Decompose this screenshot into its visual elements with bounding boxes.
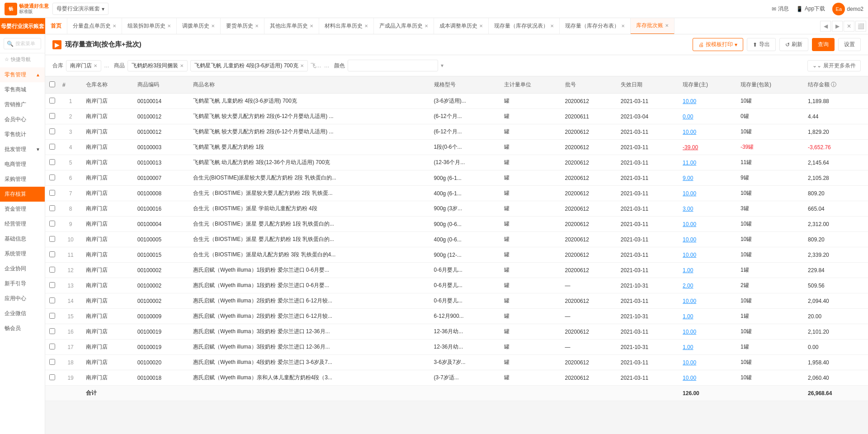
remove-product1-icon[interactable]: ✕ bbox=[180, 63, 184, 68]
row-qty-main[interactable]: 10.00 bbox=[679, 232, 737, 247]
expand-more-btn[interactable]: ⌄⌄ 展开更多条件 bbox=[807, 60, 861, 71]
remove-warehouse-icon[interactable]: ✕ bbox=[94, 63, 97, 68]
row-qty-main[interactable]: 10.00 bbox=[679, 247, 737, 263]
row-checkbox[interactable] bbox=[45, 201, 59, 217]
nav-close-tab[interactable]: ✕ bbox=[844, 21, 854, 32]
row-qty-main[interactable]: 10.00 bbox=[679, 370, 737, 386]
row-checkbox[interactable] bbox=[45, 263, 59, 278]
close-icon[interactable]: ✕ bbox=[621, 24, 625, 28]
row-checkbox[interactable] bbox=[45, 340, 59, 355]
row-checkbox[interactable] bbox=[45, 309, 59, 324]
nav-next-arrow[interactable]: ▶ bbox=[832, 21, 843, 32]
row-qty-main[interactable]: 1.00 bbox=[679, 340, 737, 355]
sidebar-item-member[interactable]: 会员中心 bbox=[0, 112, 45, 127]
query-btn[interactable]: 查询 bbox=[812, 38, 835, 51]
row-qty-main[interactable]: 2.00 bbox=[679, 278, 737, 293]
row-qty-main[interactable]: 0.00 bbox=[679, 109, 737, 124]
row-qty-main[interactable]: 9.00 bbox=[679, 170, 737, 186]
tab-chenben[interactable]: 成本调整单历史 ✕ bbox=[434, 18, 489, 34]
row-checkbox[interactable] bbox=[45, 324, 59, 340]
sidebar-item-basic-info[interactable]: 基础信息 bbox=[0, 231, 45, 246]
tab-fenliangpandian[interactable]: 分量盘点单历史 ✕ bbox=[67, 18, 122, 34]
close-icon[interactable]: ✕ bbox=[255, 24, 259, 28]
row-qty-main[interactable]: 10.00 bbox=[679, 186, 737, 201]
product-more[interactable]: 飞… bbox=[311, 62, 321, 70]
row-checkbox[interactable] bbox=[45, 170, 59, 186]
sidebar-item-wechat[interactable]: 企业微信 bbox=[0, 306, 45, 321]
tab-yaohuo[interactable]: 要货单历史 ✕ bbox=[221, 18, 264, 34]
sidebar-item-purchase[interactable]: 采购管理 bbox=[0, 172, 45, 187]
row-checkbox[interactable] bbox=[45, 109, 59, 124]
tab-xiancunliang-status[interactable]: 现存量（库存状况表） ✕ bbox=[489, 18, 560, 34]
col-checkbox[interactable] bbox=[45, 76, 59, 94]
row-checkbox[interactable] bbox=[45, 355, 59, 370]
tab-qitachuku[interactable]: 其他出库单历史 ✕ bbox=[264, 18, 319, 34]
app-download-btn[interactable]: 📱 App下载 bbox=[796, 5, 825, 13]
close-icon[interactable]: ✕ bbox=[550, 24, 554, 28]
row-checkbox[interactable] bbox=[45, 94, 59, 109]
remove-product2-icon[interactable]: ✕ bbox=[300, 63, 304, 68]
row-qty-main[interactable]: 10.00 bbox=[679, 217, 737, 232]
sidebar-item-inventory[interactable]: 库存核算 bbox=[0, 187, 45, 202]
tab-xiancunliang-dist[interactable]: 现存量（库存分布表） ✕ bbox=[560, 18, 631, 34]
close-icon[interactable]: ✕ bbox=[364, 24, 368, 28]
product-tag-1[interactable]: 飞鹤奶粉3段同捆装 ✕ bbox=[127, 60, 188, 71]
sidebar-item-member2[interactable]: 畅会员 bbox=[0, 321, 45, 336]
row-qty-main[interactable]: 10.00 bbox=[679, 124, 737, 140]
row-qty-main[interactable]: 10.00 bbox=[679, 94, 737, 109]
warehouse-more[interactable]: … bbox=[104, 62, 109, 69]
close-icon[interactable]: ✕ bbox=[479, 24, 483, 28]
close-icon[interactable]: ✕ bbox=[310, 24, 313, 28]
close-icon[interactable]: ✕ bbox=[167, 24, 171, 28]
user-menu[interactable]: Ea demo2 bbox=[832, 3, 863, 15]
select-all-checkbox[interactable] bbox=[49, 81, 55, 87]
tab-zuzhuangchaijie[interactable]: 组装拆卸单历史 ✕ bbox=[122, 18, 177, 34]
sidebar-item-operations[interactable]: 经营管理 bbox=[0, 217, 45, 231]
row-qty-main[interactable]: 1.00 bbox=[679, 263, 737, 278]
close-icon[interactable]: ✕ bbox=[211, 24, 215, 28]
industry-select[interactable]: 母婴行业演示账套 ▾ bbox=[52, 3, 108, 15]
sidebar-item-finance[interactable]: 资金管理 bbox=[0, 202, 45, 217]
settings-btn[interactable]: 设置 bbox=[838, 38, 861, 51]
close-icon[interactable]: ✕ bbox=[113, 24, 116, 28]
export-btn[interactable]: ⬆ 导出 bbox=[747, 38, 776, 51]
product-tag-2[interactable]: 飞鹤星飞帆 儿童奶粉 4段(3-6岁适用) 700克 ✕ bbox=[190, 60, 308, 71]
row-qty-main[interactable]: 10.00 bbox=[679, 355, 737, 370]
row-qty-main[interactable]: 10.00 bbox=[679, 293, 737, 309]
sidebar-item-retail-stats[interactable]: 零售统计 bbox=[0, 127, 45, 142]
row-checkbox[interactable] bbox=[45, 232, 59, 247]
row-checkbox[interactable] bbox=[45, 124, 59, 140]
tab-cailiaochuku[interactable]: 材料出库单历史 ✕ bbox=[319, 18, 374, 34]
tab-diaobodanls[interactable]: 调拨单历史 ✕ bbox=[177, 18, 221, 34]
color-input[interactable] bbox=[348, 60, 438, 71]
expand-filter-btn[interactable]: ▶ bbox=[52, 40, 61, 49]
row-checkbox[interactable] bbox=[45, 278, 59, 293]
sidebar-item-retail-shop[interactable]: 零售商城 bbox=[0, 82, 45, 97]
row-qty-main[interactable]: -39.00 bbox=[679, 140, 737, 155]
row-qty-main[interactable]: 10.00 bbox=[679, 324, 737, 340]
refresh-btn[interactable]: ↺ 刷新 bbox=[779, 38, 808, 51]
row-checkbox[interactable] bbox=[45, 186, 59, 201]
product-ellipsis[interactable]: … bbox=[324, 62, 330, 69]
tab-kucunpici[interactable]: 库存批次账 ✕ bbox=[631, 18, 675, 34]
row-qty-main[interactable]: 11.00 bbox=[679, 155, 737, 170]
row-checkbox[interactable] bbox=[45, 370, 59, 386]
row-qty-main[interactable]: 1.00 bbox=[679, 309, 737, 324]
shortcut-nav[interactable]: ☆ 快捷导航 bbox=[0, 53, 45, 66]
tab-chanchengpin[interactable]: 产成品入库单历史 ✕ bbox=[374, 18, 434, 34]
sidebar-item-ecommerce[interactable]: 电商管理 bbox=[0, 157, 45, 172]
sidebar-item-system[interactable]: 系统管理 bbox=[0, 246, 45, 261]
row-checkbox[interactable] bbox=[45, 140, 59, 155]
close-icon[interactable]: ✕ bbox=[665, 23, 669, 28]
sidebar-item-marketing[interactable]: 营销推广 bbox=[0, 97, 45, 112]
sidebar-item-guide[interactable]: 新手引导 bbox=[0, 276, 45, 291]
row-checkbox[interactable] bbox=[45, 247, 59, 263]
template-print-btn[interactable]: 🖨 按模板打印 ▾ bbox=[693, 38, 743, 51]
row-qty-main[interactable]: 3.00 bbox=[679, 201, 737, 217]
search-box[interactable]: 🔍 搜索菜单 bbox=[4, 38, 41, 49]
nav-maximize[interactable]: ⬜ bbox=[855, 21, 866, 32]
sidebar-item-wholesale[interactable]: 批发管理 ▼ bbox=[0, 142, 45, 157]
row-checkbox[interactable] bbox=[45, 217, 59, 232]
warehouse-tag[interactable]: 南岸门店 ✕ bbox=[66, 60, 101, 71]
message-btn[interactable]: ✉ 消息 bbox=[772, 5, 789, 13]
